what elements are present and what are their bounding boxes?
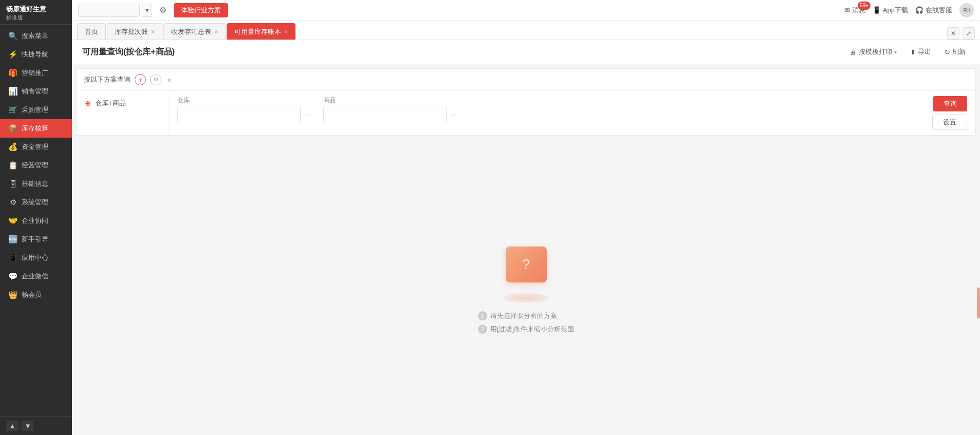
sidebar-item-apps[interactable]: 📱 应用中心 bbox=[0, 249, 72, 267]
sidebar-item-operation[interactable]: 📋 经营管理 bbox=[0, 156, 72, 175]
sidebar-item-inventory[interactable]: 📦 库存核算 bbox=[0, 119, 72, 138]
app-logo: 畅康通好生意 标准版 bbox=[6, 5, 66, 21]
sidebar-icon-search: 🔍 bbox=[8, 31, 17, 41]
user-avatar[interactable]: Rit bbox=[959, 3, 974, 17]
goods-filter-input[interactable] bbox=[323, 107, 447, 122]
sidebar-item-finance[interactable]: 💰 资金管理 bbox=[0, 138, 72, 156]
sidebar-icon-operation: 📋 bbox=[8, 161, 17, 170]
tab-label-available: 可用量库存账本 bbox=[234, 27, 281, 36]
tab-summary[interactable]: 收发存汇总表× bbox=[163, 23, 226, 40]
tab-close-available[interactable]: × bbox=[284, 28, 288, 35]
tab-close-summary[interactable]: × bbox=[214, 28, 218, 35]
export-label: 导出 bbox=[918, 47, 931, 56]
tab-home[interactable]: 首页 bbox=[77, 23, 106, 40]
tab-close-batch[interactable]: × bbox=[151, 28, 155, 35]
sidebar-item-sales[interactable]: 📊 销售管理 bbox=[0, 82, 72, 101]
sidebar-label-newbie: 新手引导 bbox=[22, 235, 48, 244]
scheme-warehouse-goods[interactable]: ⊕ 仓库+商品 bbox=[77, 95, 169, 111]
sidebar-item-basic[interactable]: 🗄 基础信息 bbox=[0, 175, 72, 193]
sidebar-icon-marketing: 🎁 bbox=[8, 68, 17, 78]
query-settings-action-btn[interactable]: 设置 bbox=[932, 115, 967, 130]
topbar-search-input[interactable] bbox=[78, 4, 140, 17]
tab-label-summary: 收发存汇总表 bbox=[171, 27, 211, 36]
empty-glow-graphic bbox=[503, 293, 549, 303]
sidebar-label-apps: 应用中心 bbox=[22, 253, 48, 262]
trial-industry-btn[interactable]: 体验行业方案 bbox=[174, 3, 228, 17]
topbar-actions: ✉ 消息 99+ 📱 App下载 🎧 在线客服 Rit bbox=[844, 3, 974, 17]
sidebar-label-member: 畅会员 bbox=[22, 290, 42, 299]
sidebar-icon-purchase: 🛒 bbox=[8, 105, 17, 115]
goods-filter-label: 商品 bbox=[323, 96, 459, 105]
warehouse-filter-input[interactable] bbox=[177, 107, 301, 122]
query-add-btn[interactable]: + bbox=[135, 74, 146, 85]
app-download-label: App下载 bbox=[883, 6, 908, 15]
export-icon: ⬆ bbox=[910, 48, 916, 56]
tab-available[interactable]: 可用量库存账本× bbox=[227, 23, 295, 40]
sidebar-label-sales: 销售管理 bbox=[22, 87, 48, 96]
query-submit-btn[interactable]: 查询 bbox=[933, 96, 967, 111]
avatar-text: Rit bbox=[963, 7, 970, 13]
headset-icon: 🎧 bbox=[915, 6, 923, 14]
sidebar-nav: 🔍 搜索菜单⚡ 快捷导航🎁 营销推广📊 销售管理🛒 采购管理📦 库存核算💰 资金… bbox=[0, 25, 72, 416]
sidebar-label-search: 搜索菜单 bbox=[22, 31, 48, 41]
empty-state: 1 请先选择要分析的方案 2 用[过滤]条件来缩小分析范围 bbox=[72, 140, 980, 435]
sidebar-label-system: 系统管理 bbox=[22, 198, 48, 207]
sidebar-icon-member: 👑 bbox=[8, 290, 17, 299]
query-collapse-btn[interactable]: « bbox=[168, 75, 172, 84]
tab-batch[interactable]: 库存批次账× bbox=[107, 23, 162, 40]
query-area: 按以下方案查询 + ⚙ « ⊕ 仓库+商品 仓库 bbox=[76, 68, 976, 136]
query-filters: 仓库 ··· 商品 ··· bbox=[169, 91, 924, 135]
topbar: ▾ ⚙ 体验行业方案 ✉ 消息 99+ 📱 App下载 🎧 在线客服 Rit bbox=[72, 0, 980, 21]
empty-box-graphic bbox=[506, 247, 547, 282]
sidebar-label-purchase: 采购管理 bbox=[22, 105, 48, 115]
sidebar-label-operation: 经营管理 bbox=[22, 161, 48, 170]
tabs-bar: 首页库存批次账×收发存汇总表×可用量库存账本× ✕ ⤢ bbox=[72, 21, 980, 40]
sidebar-icon-enterprise: 🤝 bbox=[8, 216, 17, 225]
sidebar: 畅康通好生意 标准版 🔍 搜索菜单⚡ 快捷导航🎁 营销推广📊 销售管理🛒 采购管… bbox=[0, 0, 72, 435]
goods-filter-dots[interactable]: ··· bbox=[450, 111, 459, 118]
sidebar-item-newbie[interactable]: 🆕 新手引导 bbox=[0, 230, 72, 249]
message-btn[interactable]: ✉ 消息 99+ bbox=[844, 6, 865, 15]
sidebar-icon-apps: 📱 bbox=[8, 253, 17, 262]
sidebar-item-marketing[interactable]: 🎁 营销推广 bbox=[0, 64, 72, 82]
warehouse-filter-group: 仓库 ··· bbox=[177, 96, 313, 122]
app-download-btn[interactable]: 📱 App下载 bbox=[873, 6, 908, 15]
topbar-dropdown-btn[interactable]: ▾ bbox=[142, 4, 152, 17]
sidebar-item-purchase[interactable]: 🛒 采购管理 bbox=[0, 101, 72, 119]
expand-tab-btn[interactable]: ⤢ bbox=[963, 27, 975, 40]
sidebar-icon-finance: 💰 bbox=[8, 142, 17, 152]
warehouse-filter-dots[interactable]: ··· bbox=[304, 111, 313, 118]
query-scheme-panel: ⊕ 仓库+商品 bbox=[77, 91, 169, 135]
hint-text-1: 请先选择要分析的方案 bbox=[490, 311, 557, 320]
sidebar-item-system[interactable]: ⚙ 系统管理 bbox=[0, 193, 72, 212]
message-icon: ✉ bbox=[844, 6, 850, 14]
sidebar-footer: ▲ ▼ bbox=[0, 416, 72, 435]
print-template-btn[interactable]: 🖨 按模板打印 ▾ bbox=[846, 45, 901, 59]
sidebar-label-basic: 基础信息 bbox=[22, 179, 48, 188]
sidebar-scroll-up[interactable]: ▲ bbox=[6, 421, 19, 431]
sidebar-item-enterprise[interactable]: 🤝 企业协同 bbox=[0, 212, 72, 230]
empty-illustration bbox=[495, 241, 557, 303]
close-tab-btn[interactable]: ✕ bbox=[947, 27, 959, 40]
sidebar-item-search[interactable]: 🔍 搜索菜单 bbox=[0, 27, 72, 45]
scheme-icon: ⊕ bbox=[85, 99, 91, 107]
sidebar-label-inventory: 库存核算 bbox=[22, 124, 48, 133]
sidebar-icon-system: ⚙ bbox=[8, 198, 17, 207]
export-btn[interactable]: ⬆ 导出 bbox=[906, 45, 935, 59]
online-service-btn[interactable]: 🎧 在线客服 bbox=[915, 6, 952, 15]
empty-hint-2: 2 用[过滤]条件来缩小分析范围 bbox=[478, 325, 574, 334]
app-name: 畅康通好生意 bbox=[6, 5, 66, 14]
refresh-btn[interactable]: ↻ 刷新 bbox=[940, 45, 970, 59]
topbar-gear-btn[interactable]: ⚙ bbox=[156, 4, 170, 17]
sidebar-item-shortcut[interactable]: ⚡ 快捷导航 bbox=[0, 45, 72, 64]
query-scheme-settings-btn[interactable]: ⚙ bbox=[150, 74, 161, 85]
right-scroll-indicator[interactable] bbox=[977, 288, 980, 318]
page-header: 可用量查询(按仓库+商品) 🖨 按模板打印 ▾ ⬆ 导出 ↻ 刷新 bbox=[72, 40, 980, 64]
warehouse-filter-label: 仓库 bbox=[177, 96, 313, 105]
main-area: ▾ ⚙ 体验行业方案 ✉ 消息 99+ 📱 App下载 🎧 在线客服 Rit bbox=[72, 0, 980, 435]
empty-hint-1: 1 请先选择要分析的方案 bbox=[478, 311, 574, 320]
message-badge: 99+ bbox=[858, 2, 871, 10]
sidebar-scroll-down[interactable]: ▼ bbox=[22, 421, 34, 431]
sidebar-item-member[interactable]: 👑 畅会员 bbox=[0, 286, 72, 304]
sidebar-item-wechat[interactable]: 💬 企业微信 bbox=[0, 267, 72, 286]
